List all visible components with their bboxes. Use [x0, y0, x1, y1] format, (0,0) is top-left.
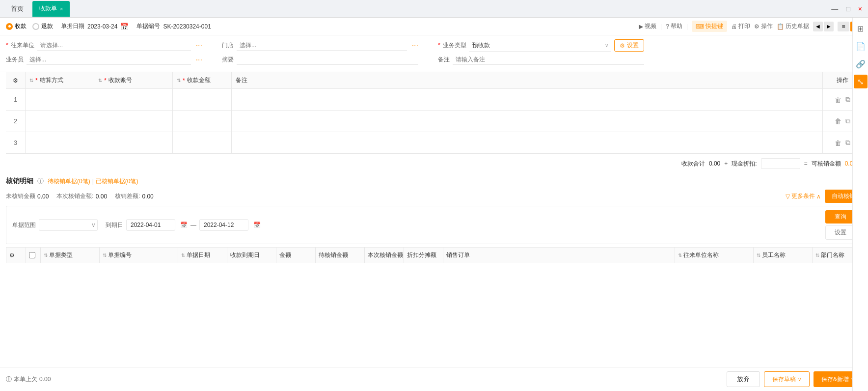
table-settings-th[interactable]: ⚙ — [6, 72, 26, 88]
history-button[interactable]: 📋 历史单据 — [777, 22, 809, 30]
table-row: 2 🗑 ⧉ — [6, 111, 862, 132]
row-3-account[interactable] — [94, 132, 173, 153]
minimize-button[interactable]: — — [829, 4, 840, 14]
filter-buttons: 查询 设置 — [825, 210, 856, 240]
row-3-amount[interactable] — [173, 132, 232, 153]
detail-counterpart-th: ⇅ 往来单位名称 — [675, 248, 754, 263]
staff-input[interactable] — [27, 55, 191, 65]
save-draft-dropdown-icon[interactable]: ∨ — [798, 377, 801, 382]
row-2-remark[interactable] — [232, 111, 823, 132]
row-1-account[interactable] — [94, 89, 173, 110]
row-3-delete-icon[interactable]: 🗑 — [835, 139, 841, 147]
sidebar-doc-icon[interactable]: 📄 — [854, 39, 868, 53]
more-filter-button[interactable]: ▽ 更多条件 ∧ — [786, 192, 821, 200]
video-icon: ▶ — [639, 23, 643, 30]
account-th: ⇅ * 收款账号 — [94, 72, 173, 88]
due-date-label: 到期日 — [106, 221, 123, 229]
save-draft-button[interactable]: 保存草稿 ∨ — [764, 371, 810, 387]
staff-more-icon[interactable]: ··· — [196, 56, 202, 64]
verify-title-row: 核销明细 ⓘ 待核销单据(0笔) | 已核销单据(0笔) — [6, 177, 862, 186]
date-icon[interactable]: 📅 — [120, 23, 129, 30]
calendar-end-icon[interactable]: 📅 — [253, 222, 261, 228]
radio-shoukuan[interactable]: 收款 — [6, 22, 27, 30]
verify-info-icon[interactable]: ⓘ — [37, 177, 44, 186]
toolbar: 收款 退款 单据日期 2023-03-24 📅 单据编号 SK-20230324… — [0, 18, 868, 35]
tab-receipt[interactable]: 收款单 × — [32, 1, 70, 17]
receipt-table-wrapper: ⚙ ⇅ * 结算方式 ⇅ * 收款账号 ⇅ * 收款金额 备注 操作 — [6, 72, 862, 154]
sidebar-expand-icon[interactable]: ⤡ — [854, 75, 868, 88]
help-icon: ? — [666, 23, 669, 30]
maximize-button[interactable]: □ — [844, 4, 852, 14]
counterpart-more-icon[interactable]: ··· — [196, 41, 202, 50]
verify-settings-button[interactable]: 设置 — [825, 225, 856, 240]
operation-button[interactable]: ⚙ 操作 — [754, 22, 773, 30]
row-1-copy-icon[interactable]: ⧉ — [845, 95, 850, 104]
close-window-button[interactable]: × — [856, 4, 864, 14]
shortcut-button[interactable]: ⌨ 快捷键 — [692, 21, 727, 32]
radio-tuikuan-label: 退款 — [41, 22, 53, 30]
store-more-icon[interactable]: ··· — [412, 41, 418, 50]
radio-tuikuan[interactable]: 退款 — [32, 22, 53, 30]
row-1-remark[interactable] — [232, 89, 823, 110]
remark-input[interactable] — [453, 55, 644, 65]
discount-label: 现金折扣: — [732, 160, 757, 168]
store-input[interactable] — [237, 40, 407, 51]
tab-home[interactable]: 首页 — [4, 1, 30, 17]
row-2-copy-icon[interactable]: ⧉ — [845, 117, 850, 125]
verify-tab-done[interactable]: 已核销单据(0笔) — [96, 177, 138, 186]
filter-left: 未核销金额 0.00 本次核销金额: 0.00 核销差额: 0.00 — [6, 192, 154, 200]
detail-type-th: ⇅ 单据类型 — [41, 248, 100, 263]
verify-tab-pending[interactable]: 待核销单据(0笔) — [48, 177, 90, 186]
detail-pending-th: 待核销金额 — [316, 248, 365, 263]
business-type-select[interactable]: 预收款 ∨ — [469, 40, 611, 52]
row-2-num: 2 — [6, 111, 26, 132]
table-row: 3 🗑 ⧉ — [6, 132, 862, 154]
row-2-delete-icon[interactable]: 🗑 — [835, 117, 841, 125]
detail-check-th[interactable] — [26, 248, 41, 263]
row-1-delete-icon[interactable]: 🗑 — [835, 96, 841, 104]
detail-settings-th[interactable]: ⚙ — [6, 248, 26, 263]
row-2-settle[interactable] — [26, 111, 94, 132]
summary-input[interactable] — [237, 55, 418, 65]
row-1-amount[interactable] — [173, 89, 232, 110]
chevron-up-icon: ∧ — [816, 193, 821, 200]
due-date-start-input[interactable] — [126, 219, 175, 231]
due-date-end-input[interactable] — [199, 219, 248, 231]
layout-list-button[interactable]: ≡ — [838, 22, 849, 31]
row-1-settle[interactable] — [26, 89, 94, 110]
row-3-copy-icon[interactable]: ⧉ — [845, 139, 850, 147]
row-3-remark[interactable] — [232, 132, 823, 153]
sidebar-link-icon[interactable]: 🔗 — [854, 57, 868, 71]
settle-th: ⇅ * 结算方式 — [26, 72, 94, 88]
print-button[interactable]: 🖨 打印 — [731, 22, 750, 30]
detail-table-header: ⚙ ⇅ 单据类型 ⇅ 单据编号 ⇅ 单据日期 收款到期日 金额 — [6, 247, 862, 263]
help-button[interactable]: ? 帮助 — [666, 22, 682, 30]
verify-tabs: 待核销单据(0笔) | 已核销单据(0笔) — [48, 177, 138, 186]
detail-date-th: ⇅ 单据日期 — [178, 248, 227, 263]
row-3-settle[interactable] — [26, 132, 94, 153]
range-label: 单据范围 — [12, 221, 36, 229]
sidebar-table-icon[interactable]: ⊞ — [854, 22, 868, 35]
row-2-amount[interactable] — [173, 111, 232, 132]
abandon-button[interactable]: 放弃 — [727, 371, 760, 387]
number-label: 单据编号 — [136, 22, 160, 30]
form-settings-button[interactable]: ⚙ 设置 — [614, 39, 644, 52]
video-button[interactable]: ▶ 视频 — [639, 22, 656, 30]
discount-input[interactable] — [761, 158, 800, 169]
calendar-start-icon[interactable]: 📅 — [180, 222, 188, 228]
counterpart-input[interactable] — [37, 40, 191, 51]
radio-shoukuan-label: 收款 — [15, 22, 27, 30]
right-sidebar: ⊞ 📄 🔗 ⤡ — [852, 18, 868, 391]
query-button[interactable]: 查询 — [825, 210, 856, 223]
bottom-info-icon[interactable]: ⓘ — [6, 375, 12, 384]
tab-close-icon[interactable]: × — [60, 6, 63, 12]
verify-section: 核销明细 ⓘ 待核销单据(0笔) | 已核销单据(0笔) 未核销金额 0.00 … — [0, 173, 868, 265]
range-select[interactable] — [39, 219, 98, 231]
tab-receipt-label: 收款单 — [39, 4, 57, 13]
filter-row: 单据范围 ∨ 到期日 📅 — 📅 查询 设置 — [6, 206, 862, 244]
detail-current-th: 本次核销金额 — [365, 248, 404, 263]
nav-next-button[interactable]: ▶ — [824, 22, 834, 31]
row-2-account[interactable] — [94, 111, 173, 132]
detail-check-all[interactable] — [29, 252, 35, 258]
nav-prev-button[interactable]: ◀ — [813, 22, 823, 31]
